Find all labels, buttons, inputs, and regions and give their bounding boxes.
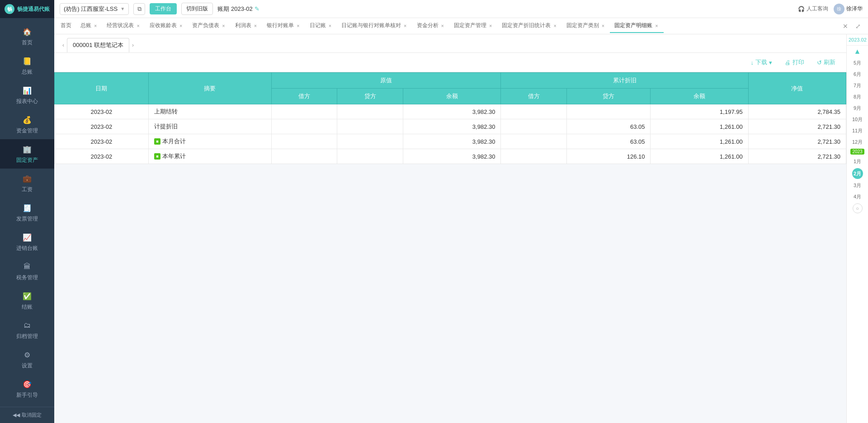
month-2-active[interactable]: 2月 <box>847 167 868 180</box>
tab-balance-close[interactable]: × <box>221 23 226 29</box>
tab-journal[interactable]: 日记账 × <box>305 19 337 33</box>
cell-summary: 计提折旧 <box>148 119 271 134</box>
tab-fixed-mgmt-close[interactable]: × <box>488 23 493 29</box>
download-button[interactable]: ↓ 下载 ▾ <box>747 56 776 68</box>
subtab-prev-button[interactable]: ‹ <box>61 41 65 49</box>
sidebar-item-settlement[interactable]: ✅ 结账 <box>0 286 54 315</box>
sidebar: 畅 畅捷通易代账 🏠 首页 📒 总账 📊 报表中心 💰 资金管理 🏢 固定资产 … <box>0 0 54 423</box>
sidebar-item-reports[interactable]: 📊 报表中心 <box>0 80 54 110</box>
sidebar-item-home[interactable]: 🏠 首页 <box>0 22 54 51</box>
month-7[interactable]: 7月 <box>847 80 868 91</box>
sales-icon: 📈 <box>22 232 33 243</box>
switch-version-button[interactable]: 切到旧版 <box>181 3 213 15</box>
user-avatar: 徐 <box>834 4 844 14</box>
sidebar-item-payroll[interactable]: 💼 工资 <box>0 169 54 198</box>
sidebar-item-invoice[interactable]: 🧾 发票管理 <box>0 198 54 227</box>
sidebar-item-settings[interactable]: ⚙ 设置 <box>0 345 54 374</box>
month-1[interactable]: 1月 <box>847 156 868 167</box>
workbench-button[interactable]: 工作台 <box>150 3 177 14</box>
subtab-item-notebook[interactable]: 000001 联想笔记本 <box>67 38 129 52</box>
scroll-down-button[interactable]: ○ <box>847 202 868 214</box>
month-10[interactable]: 10月 <box>847 114 868 125</box>
down-circle-icon[interactable]: ○ <box>853 203 863 213</box>
tab-asset-category-close[interactable]: × <box>601 23 605 29</box>
period-display: 账期 2023-02 ✎ <box>217 5 259 13</box>
sidebar-item-settlement-label: 结账 <box>22 303 33 311</box>
tab-fund-analysis-close[interactable]: × <box>440 23 445 29</box>
tab-receivable-label: 应收账龄表 <box>150 22 177 29</box>
tab-receivable[interactable]: 应收账龄表 × <box>145 19 188 33</box>
current-year-badge: 2023 <box>850 149 864 155</box>
tab-asset-detail[interactable]: 固定资产明细账 × <box>610 19 663 33</box>
tab-bank-check[interactable]: 日记账与银行对账单核对 × <box>337 19 412 33</box>
copy-button[interactable]: ⧉ <box>133 3 145 15</box>
tab-management[interactable]: 经营状况表 × <box>102 19 145 33</box>
print-button[interactable]: 🖨 打印 <box>781 56 808 68</box>
sidebar-pin-toggle[interactable]: ◀◀ 取消固定 <box>0 407 54 423</box>
support-button[interactable]: 🎧 人工客询 <box>798 5 828 13</box>
tab-bank-check-close[interactable]: × <box>403 23 407 29</box>
cell-orig-debit <box>271 149 337 164</box>
tab-ledger-close[interactable]: × <box>93 23 98 29</box>
active-month-badge[interactable]: 2月 <box>852 168 863 179</box>
cell-orig-debit <box>271 119 337 134</box>
user-menu[interactable]: 徐 徐泽华 <box>834 4 863 14</box>
sidebar-item-funds[interactable]: 💰 资金管理 <box>0 110 54 139</box>
company-selector[interactable]: (劝告) 江西服室-LSS ▼ <box>60 3 129 15</box>
tab-asset-detail-close[interactable]: × <box>654 23 659 29</box>
tab-depreciation-close[interactable]: × <box>552 23 557 29</box>
subtab-next-button[interactable]: › <box>131 41 135 49</box>
tab-profit[interactable]: 利润表 × <box>231 19 262 33</box>
year-period-label[interactable]: 2023.02 <box>847 34 868 46</box>
sidebar-item-sales-label: 进销台账 <box>16 244 38 252</box>
sidebar-item-funds-label: 资金管理 <box>16 127 38 135</box>
sidebar-item-fixed-assets[interactable]: 🏢 固定资产 <box>0 139 54 169</box>
tab-journal-close[interactable]: × <box>328 23 332 29</box>
tab-fixed-mgmt[interactable]: 固定资产管理 × <box>449 19 497 33</box>
month-6[interactable]: 6月 <box>847 69 868 80</box>
tab-receivable-close[interactable]: × <box>179 23 183 29</box>
tab-profit-close[interactable]: × <box>253 23 258 29</box>
tab-asset-category[interactable]: 固定资产类别 × <box>562 19 610 33</box>
month-9[interactable]: 9月 <box>847 103 868 114</box>
cell-accum-debit <box>501 149 567 164</box>
tab-balance[interactable]: 资产负债表 × <box>188 19 230 33</box>
sidebar-item-ledger[interactable]: 📒 总账 <box>0 51 54 80</box>
content-area: ‹ 000001 联想笔记本 › ↓ 下载 ▾ 🖨 打印 ↺ <box>54 34 868 423</box>
cell-orig-credit <box>337 104 403 119</box>
main-content: (劝告) 江西服室-LSS ▼ ⧉ 工作台 切到旧版 账期 2023-02 ✎ … <box>54 0 868 423</box>
subtab-notebook-label: 000001 联想笔记本 <box>73 41 123 49</box>
month-3[interactable]: 3月 <box>847 180 868 191</box>
month-11[interactable]: 11月 <box>847 125 868 136</box>
month-12[interactable]: 12月 <box>847 136 868 148</box>
tab-bank[interactable]: 银行对账单 × <box>262 19 305 33</box>
tab-expand-icon[interactable]: ⤢ <box>854 22 863 31</box>
month-8[interactable]: 8月 <box>847 91 868 103</box>
cell-orig-balance: 3,982.30 <box>403 119 501 134</box>
scroll-up-button[interactable]: ▲ <box>852 46 863 57</box>
tab-depreciation[interactable]: 固定资产折旧统计表 × <box>497 19 561 33</box>
sidebar-item-archive[interactable]: 🗂 归档管理 <box>0 315 54 345</box>
month-4[interactable]: 4月 <box>847 191 868 202</box>
tab-fund-analysis[interactable]: 资金分析 × <box>412 19 449 33</box>
tab-management-close[interactable]: × <box>136 23 140 29</box>
cell-orig-credit <box>337 149 403 164</box>
table-container: 日期 摘要 原值 累计折旧 净值 借方 贷方 余额 借方 贷方 余额 <box>54 72 846 423</box>
tab-ledger[interactable]: 总账 × <box>76 19 102 33</box>
funds-icon: 💰 <box>22 114 33 125</box>
cell-net-value: 2,784.35 <box>748 104 846 119</box>
tab-close-all-icon[interactable]: ✕ <box>841 22 850 31</box>
sidebar-item-tax[interactable]: 🏛 税务管理 <box>0 257 54 286</box>
sidebar-item-member[interactable]: 👑 畅会员 <box>0 404 54 407</box>
tab-bank-close[interactable]: × <box>296 23 300 29</box>
sidebar-item-reports-label: 报表中心 <box>16 98 38 105</box>
cell-accum-debit <box>501 104 567 119</box>
tab-home[interactable]: 首页 <box>56 19 76 33</box>
period-edit-icon[interactable]: ✎ <box>255 5 259 12</box>
sidebar-item-sales[interactable]: 📈 进销台账 <box>0 227 54 257</box>
month-5[interactable]: 5月 <box>847 57 868 69</box>
col-net-value: 净值 <box>748 73 846 104</box>
sidebar-item-newbie[interactable]: 🎯 新手引导 <box>0 374 54 404</box>
refresh-button[interactable]: ↺ 刷新 <box>813 56 839 68</box>
cell-date: 2023-02 <box>55 104 149 119</box>
